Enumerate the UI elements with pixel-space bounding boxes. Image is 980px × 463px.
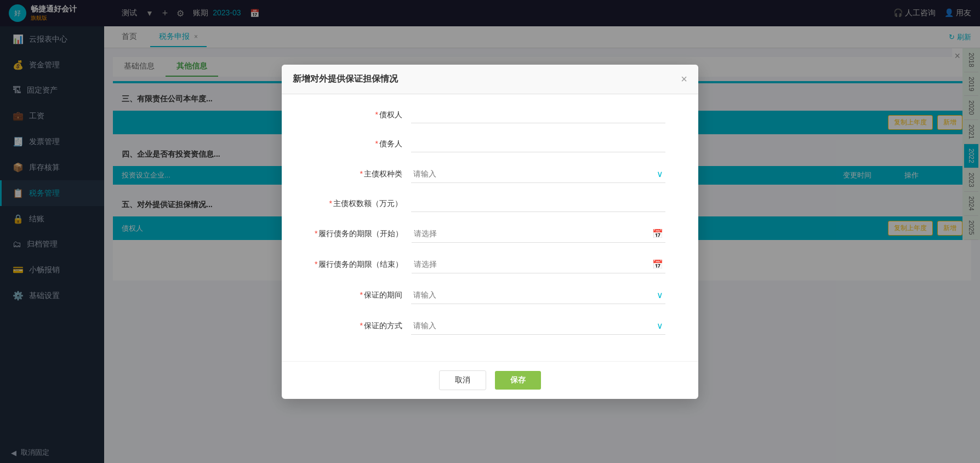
debtor-label: *债务人 <box>315 139 402 149</box>
modal-body: *债权人 *债务人 *主债权种类 ∨ <box>282 94 698 361</box>
form-row-guarantee-period: *保证的期间 ∨ <box>315 287 665 304</box>
calendar-start-icon[interactable]: 📅 <box>652 228 663 239</box>
period-end-input[interactable] <box>414 260 652 268</box>
period-end-label: *履行债务的期限（结束） <box>315 260 403 270</box>
guarantee-period-label: *保证的期间 <box>315 290 402 300</box>
claim-type-input[interactable] <box>413 169 657 178</box>
guarantee-period-input[interactable] <box>413 290 657 299</box>
creditor-input[interactable] <box>411 107 665 123</box>
form-row-period-end: *履行债务的期限（结束） 📅 <box>315 256 665 273</box>
claim-type-select[interactable]: ∨ <box>411 165 665 183</box>
calendar-end-icon[interactable]: 📅 <box>652 259 663 270</box>
chevron-down-icon-3: ∨ <box>657 321 663 331</box>
form-row-creditor: *债权人 <box>315 107 665 123</box>
modal-header: 新增对外提供保证担保情况 × <box>282 65 698 94</box>
modal-close-button[interactable]: × <box>681 73 687 84</box>
claim-type-label: *主债权种类 <box>315 169 402 179</box>
chevron-down-icon: ∨ <box>657 169 663 179</box>
period-end-date[interactable]: 📅 <box>412 256 665 273</box>
claim-amount-label: *主债权数额（万元） <box>315 199 402 209</box>
save-button[interactable]: 保存 <box>495 371 541 390</box>
modal-title: 新增对外提供保证担保情况 <box>293 73 398 85</box>
form-row-period-start: *履行债务的期限（开始） 📅 <box>315 225 665 243</box>
guarantee-method-input[interactable] <box>413 321 657 330</box>
guarantee-period-select[interactable]: ∨ <box>411 287 665 304</box>
modal-overlay: 新增对外提供保证担保情况 × *债权人 *债务人 * <box>0 0 980 463</box>
creditor-label: *债权人 <box>315 110 402 120</box>
form-row-claim-amount: *主债权数额（万元） <box>315 196 665 212</box>
modal-dialog: 新增对外提供保证担保情况 × *债权人 *债务人 * <box>282 65 698 399</box>
modal-footer: 取消 保存 <box>282 361 698 399</box>
form-row-debtor: *债务人 <box>315 136 665 152</box>
form-row-claim-type: *主债权种类 ∨ <box>315 165 665 183</box>
period-start-label: *履行债务的期限（开始） <box>315 229 403 239</box>
claim-amount-input[interactable] <box>411 196 665 212</box>
chevron-down-icon-2: ∨ <box>657 290 663 300</box>
cancel-button[interactable]: 取消 <box>439 370 486 390</box>
period-start-input[interactable] <box>414 229 652 238</box>
guarantee-method-label: *保证的方式 <box>315 321 402 331</box>
guarantee-method-select[interactable]: ∨ <box>411 317 665 335</box>
form-row-guarantee-method: *保证的方式 ∨ <box>315 317 665 335</box>
debtor-input[interactable] <box>411 136 665 152</box>
period-start-date[interactable]: 📅 <box>412 225 665 243</box>
